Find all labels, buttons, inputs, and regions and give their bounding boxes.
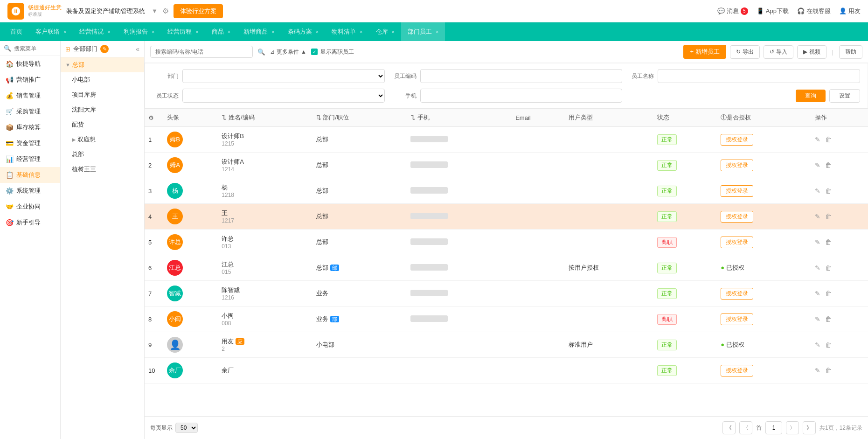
sidebar-item-inventory[interactable]: 📦 库存核算 xyxy=(0,119,60,135)
show-resigned-toggle[interactable]: 显示离职员工 xyxy=(311,48,354,56)
authorize-button[interactable]: 授权登录 xyxy=(721,211,753,223)
sidebar-item-marketing[interactable]: 📢 营销推广 xyxy=(0,72,60,88)
first-page-button[interactable]: 《 xyxy=(722,421,736,434)
close-icon[interactable]: × xyxy=(360,29,362,35)
delete-icon[interactable]: 🗑 xyxy=(825,213,832,220)
tab-new-goods[interactable]: 新增商品 × xyxy=(237,22,281,41)
import-button[interactable]: ↺ 导入 xyxy=(764,45,793,59)
dept-tree-item-sy[interactable]: 沈阳大库 xyxy=(61,102,144,117)
edit-icon[interactable]: ✎ xyxy=(815,290,820,297)
dept-edit-icon[interactable]: ✎ xyxy=(100,45,109,53)
tab-history[interactable]: 经营历程 × xyxy=(161,22,205,41)
delete-icon[interactable]: 🗑 xyxy=(825,341,832,348)
tab-warehouse[interactable]: 仓库 × xyxy=(369,22,401,41)
prev-page-button[interactable]: 〈 xyxy=(739,421,752,434)
close-icon[interactable]: × xyxy=(152,29,154,35)
sidebar-item-guide[interactable]: 🎯 新手引导 xyxy=(0,215,60,230)
tab-profit[interactable]: 利润报告 × xyxy=(117,22,161,41)
delete-icon[interactable]: 🗑 xyxy=(825,136,832,143)
tab-operation[interactable]: 经营情况 × xyxy=(73,22,117,41)
trial-button[interactable]: 体验行业方案 xyxy=(174,4,223,18)
delete-icon[interactable]: 🗑 xyxy=(825,290,832,297)
reset-button[interactable]: 设置 xyxy=(829,89,860,103)
tab-barcode[interactable]: 条码方案 × xyxy=(281,22,325,41)
close-icon[interactable]: × xyxy=(436,29,438,35)
sidebar-item-collab[interactable]: 🤝 企业协同 xyxy=(0,199,60,215)
row-auth[interactable]: 授权登录 xyxy=(717,281,811,307)
edit-icon[interactable]: ✎ xyxy=(815,161,820,169)
edit-icon[interactable]: ✎ xyxy=(815,315,820,323)
close-icon[interactable]: × xyxy=(63,29,66,35)
delete-icon[interactable]: 🗑 xyxy=(825,367,832,374)
close-icon[interactable]: × xyxy=(107,29,110,35)
delete-icon[interactable]: 🗑 xyxy=(825,315,832,323)
sidebar-item-finance[interactable]: 💳 资金管理 xyxy=(0,135,60,151)
tab-employees[interactable]: 部门员工 × xyxy=(401,22,445,41)
authorize-button[interactable]: 授权登录 xyxy=(721,314,753,325)
row-auth[interactable]: 授权登录 xyxy=(717,178,811,204)
online-service-button[interactable]: 🎧 在线客服 xyxy=(797,7,831,15)
authorize-button[interactable]: 授权登录 xyxy=(721,185,753,197)
tab-home[interactable]: 首页 xyxy=(4,22,29,41)
page-size-select[interactable]: 50 xyxy=(175,423,198,433)
dept-tree-item-hq[interactable]: ▼ 总部 xyxy=(61,57,144,72)
message-button[interactable]: 💬 消息 5 xyxy=(717,7,748,15)
authorize-button[interactable]: 授权登录 xyxy=(721,288,753,300)
export-button[interactable]: ↻ 导出 xyxy=(730,45,760,59)
dept-tree-item-xd[interactable]: 小电部 xyxy=(61,72,144,87)
delete-icon[interactable]: 🗑 xyxy=(825,161,832,169)
edit-icon[interactable]: ✎ xyxy=(815,341,820,348)
dept-tree-item-ph[interactable]: 配货 xyxy=(61,117,144,132)
dept-tree-item-zs[interactable]: 植树王三 xyxy=(61,162,144,177)
last-page-button[interactable]: 》 xyxy=(803,421,816,434)
sidebar-item-purchase[interactable]: 🛒 采购管理 xyxy=(0,104,60,119)
page-number-input[interactable] xyxy=(765,421,782,434)
more-filter-button[interactable]: ⊿ 更多条件 ▲ xyxy=(270,48,306,56)
edit-icon[interactable]: ✎ xyxy=(815,238,820,246)
emp-code-input[interactable] xyxy=(420,69,623,83)
close-icon[interactable]: × xyxy=(316,29,319,35)
authorize-button[interactable]: 授权登录 xyxy=(721,365,753,376)
dept-tree-item-zb[interactable]: 总部 xyxy=(61,147,144,162)
row-auth[interactable]: 授权登录 xyxy=(717,204,811,230)
edit-icon[interactable]: ✎ xyxy=(815,136,820,143)
video-button[interactable]: ▶ 视频 xyxy=(797,45,826,59)
phone-input[interactable] xyxy=(420,89,623,103)
help-button[interactable]: 帮助 xyxy=(839,45,862,59)
tab-customer[interactable]: 客户联络 × xyxy=(29,22,73,41)
settings-button[interactable]: ⚙ xyxy=(162,7,169,15)
close-icon[interactable]: × xyxy=(271,29,274,35)
next-page-button[interactable]: 〉 xyxy=(786,421,799,434)
user-button[interactable]: 👤 用友 xyxy=(839,7,861,15)
add-employee-button[interactable]: + 新增员工 xyxy=(683,45,726,59)
delete-icon[interactable]: 🗑 xyxy=(825,264,832,272)
sidebar-item-quicknav[interactable]: 🏠 快捷导航 xyxy=(0,56,60,72)
dept-tree-item-xm[interactable]: 项目库房 xyxy=(61,87,144,102)
sidebar-item-basic[interactable]: 📋 基础信息 xyxy=(0,167,60,183)
filter-search-button[interactable]: 🔍 xyxy=(257,49,265,56)
search-input[interactable] xyxy=(150,46,253,58)
emp-name-input[interactable] xyxy=(658,69,860,83)
dept-tree-item-sm[interactable]: ▶ 双庙想 xyxy=(61,132,144,147)
row-auth[interactable]: 授权登录 xyxy=(717,358,811,383)
authorize-button[interactable]: 授权登录 xyxy=(721,237,753,248)
tab-goods[interactable]: 商品 × xyxy=(205,22,237,41)
show-resigned-checkbox[interactable] xyxy=(311,49,318,55)
delete-icon[interactable]: 🗑 xyxy=(825,187,832,195)
col-settings[interactable]: ⚙ xyxy=(145,109,163,127)
edit-icon[interactable]: ✎ xyxy=(815,367,820,374)
authorize-button[interactable]: 授权登录 xyxy=(721,134,753,146)
row-auth[interactable]: 授权登录 xyxy=(717,127,811,153)
query-button[interactable]: 查询 xyxy=(796,90,826,102)
collapse-icon[interactable]: « xyxy=(136,45,139,53)
sidebar-item-sales[interactable]: 💰 销售管理 xyxy=(0,88,60,104)
tab-bom[interactable]: 物料清单 × xyxy=(325,22,369,41)
delete-icon[interactable]: 🗑 xyxy=(825,238,832,246)
close-icon[interactable]: × xyxy=(195,29,198,35)
edit-icon[interactable]: ✎ xyxy=(815,213,820,220)
row-auth[interactable]: 授权登录 xyxy=(717,307,811,332)
dept-select[interactable] xyxy=(182,69,385,83)
row-auth[interactable]: 授权登录 xyxy=(717,153,811,178)
close-icon[interactable]: × xyxy=(392,29,395,35)
emp-status-select[interactable] xyxy=(182,89,385,103)
